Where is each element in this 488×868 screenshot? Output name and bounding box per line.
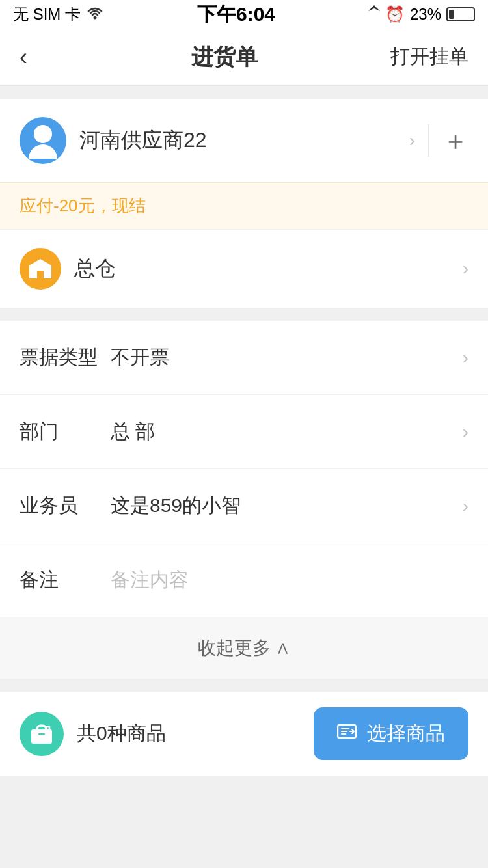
bottom-bar: 共0种商品 选择商品 <box>0 692 488 776</box>
select-product-icon <box>337 722 359 745</box>
status-bar: 无 SIM 卡 下午6:04 ⏰ 23% <box>0 0 488 29</box>
svg-rect-1 <box>37 271 44 278</box>
product-count-label: 共0种商品 <box>77 720 301 747</box>
form-section: 票据类型 不开票 › 部门 总 部 › 业务员 这是859的小智 › 备注 备注… <box>0 321 488 617</box>
salesperson-value: 这是859的小智 <box>111 493 463 519</box>
divider <box>428 124 429 157</box>
back-button[interactable]: ‹ <box>20 44 59 71</box>
warehouse-chevron-icon: › <box>463 258 468 279</box>
add-icon[interactable]: ＋ <box>442 123 468 159</box>
open-pending-button[interactable]: 打开挂单 <box>390 44 468 70</box>
notice-text: 应付-20元，现结 <box>20 196 146 215</box>
battery-percent: 23% <box>410 5 441 23</box>
collapse-label: 收起更多 ∧ <box>198 638 291 658</box>
form-row-ticket-type[interactable]: 票据类型 不开票 › <box>0 321 488 395</box>
supplier-chevron-icon: › <box>409 130 415 151</box>
form-row-department[interactable]: 部门 总 部 › <box>0 395 488 469</box>
department-chevron-icon: › <box>463 422 468 442</box>
select-product-button[interactable]: 选择商品 <box>314 707 468 760</box>
warehouse-icon <box>20 248 61 290</box>
svg-rect-2 <box>31 729 52 744</box>
supplier-section: 河南供应商22 › ＋ 应付-20元，现结 总仓 › <box>0 99 488 308</box>
ticket-type-chevron-icon: › <box>463 347 468 368</box>
notice-bar: 应付-20元，现结 <box>0 182 488 229</box>
alarm-icon: ⏰ <box>385 5 405 23</box>
supplier-row[interactable]: 河南供应商22 › ＋ <box>0 99 488 182</box>
battery-icon <box>446 7 475 21</box>
remark-placeholder[interactable]: 备注内容 <box>111 567 468 593</box>
salesperson-label: 业务员 <box>20 493 111 519</box>
ticket-type-value: 不开票 <box>111 344 463 371</box>
sim-label: 无 SIM 卡 <box>13 4 81 25</box>
page-title: 进货单 <box>191 42 258 72</box>
ticket-type-label: 票据类型 <box>20 344 111 371</box>
status-right: ⏰ 23% <box>368 5 475 23</box>
nav-bar: ‹ 进货单 打开挂单 <box>0 29 488 86</box>
section-gap-1 <box>0 86 488 99</box>
wifi-icon <box>86 5 104 23</box>
product-icon <box>20 712 64 756</box>
remark-label: 备注 <box>20 567 111 593</box>
svg-point-0 <box>94 16 97 20</box>
select-product-label: 选择商品 <box>367 720 445 747</box>
warehouse-label: 总仓 <box>74 254 463 283</box>
form-row-remark[interactable]: 备注 备注内容 <box>0 543 488 617</box>
supplier-name: 河南供应商22 <box>79 126 409 155</box>
collapse-button[interactable]: 收起更多 ∧ <box>0 617 488 679</box>
form-row-salesperson[interactable]: 业务员 这是859的小智 › <box>0 469 488 543</box>
svg-rect-3 <box>38 733 45 735</box>
department-value: 总 部 <box>111 418 463 445</box>
location-icon <box>368 5 380 23</box>
status-left: 无 SIM 卡 <box>13 4 104 25</box>
status-time: 下午6:04 <box>197 1 275 28</box>
avatar <box>20 117 66 164</box>
salesperson-chevron-icon: › <box>463 496 468 517</box>
warehouse-row[interactable]: 总仓 › <box>0 229 488 308</box>
department-label: 部门 <box>20 418 111 445</box>
